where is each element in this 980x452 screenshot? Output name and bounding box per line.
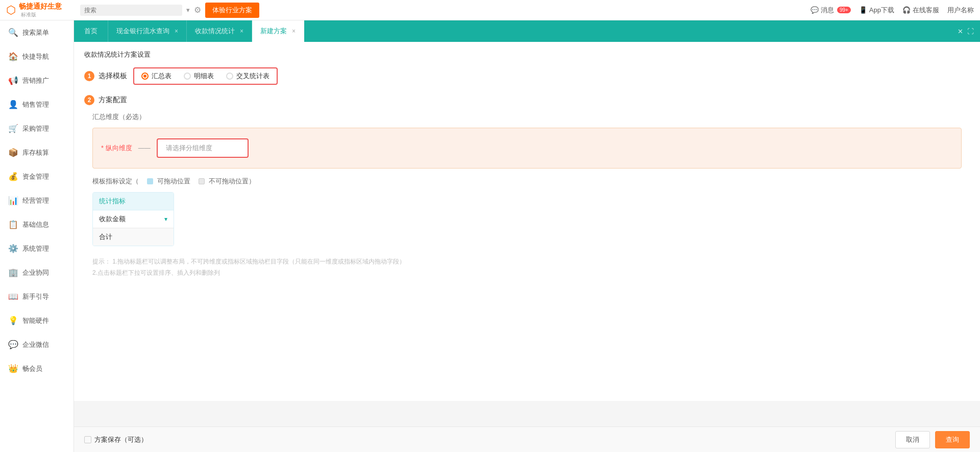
main-layout: 🔍 搜索菜单 🏠 快捷导航 📢 营销推广 👤 销售管理 🛒 采购管理 📦 库存核… xyxy=(0,20,980,452)
section2-header: 2 方案配置 xyxy=(84,95,970,105)
message-btn[interactable]: 💬 消息 99+ xyxy=(811,6,851,15)
metrics-title-text: 模板指标设定（ xyxy=(92,177,139,186)
sidebar-item-sales-label: 销售管理 xyxy=(22,100,49,109)
sidebar-item-finance-label: 资金管理 xyxy=(22,172,49,181)
logo-text: 畅捷通好生意 xyxy=(19,2,62,11)
sidebar-item-hardware[interactable]: 💡 智能硬件 xyxy=(0,308,74,332)
search-dropdown-icon[interactable]: ▾ xyxy=(186,6,190,14)
sidebar-item-system-label: 系统管理 xyxy=(22,244,49,253)
radio-cross-circle xyxy=(226,73,233,80)
sidebar-item-guide-label: 新手引导 xyxy=(22,292,49,301)
section2-number: 2 xyxy=(84,95,94,105)
fixed-dot xyxy=(199,178,205,184)
search-input[interactable] xyxy=(80,5,182,16)
sidebar-item-finance[interactable]: 💰 资金管理 xyxy=(0,164,74,188)
fixed-legend: 不可拖动位置） xyxy=(199,177,255,186)
metrics-header: 模板指标设定（ 可拖动位置 不可拖动位置） xyxy=(92,177,962,186)
sidebar-item-marketing[interactable]: 📢 营销推广 xyxy=(0,68,74,92)
dim-select[interactable]: 请选择分组维度 xyxy=(157,138,249,158)
tab-expand-icon[interactable]: ⛶ xyxy=(967,28,974,35)
metrics-total-label: 合计 xyxy=(99,232,112,242)
sidebar-item-nav[interactable]: 🏠 快捷导航 xyxy=(0,44,74,68)
hint-section: 提示： 1.拖动标题栏可以调整布局，不可跨维度或指标区域拖动栏目字段（只能在同一… xyxy=(92,256,962,278)
tab-receipts[interactable]: 收款情况统计 × xyxy=(187,20,252,42)
sidebar-item-enterprise[interactable]: 🏢 企业协同 xyxy=(0,260,74,284)
dim-arrow: —— xyxy=(138,145,151,152)
tab-newplan-close[interactable]: × xyxy=(292,28,296,35)
section-template: 1 选择模板 汇总表 明细表 xyxy=(84,67,970,85)
sidebar-item-basic[interactable]: 📋 基础信息 xyxy=(0,212,74,236)
metrics-col-label: 收款金额 xyxy=(99,215,126,224)
sidebar-item-inventory[interactable]: 📦 库存核算 xyxy=(0,140,74,164)
content-area: 首页 现金银行流水查询 × 收款情况统计 × 新建方案 × ✕ ⛶ xyxy=(74,20,980,452)
radio-detail-circle xyxy=(184,73,191,80)
tab-spacer xyxy=(304,20,951,42)
footer-btns: 取消 查询 xyxy=(895,431,970,448)
message-label: 消息 xyxy=(821,6,834,15)
search-icon: 🔍 xyxy=(8,28,18,37)
radio-cross[interactable]: 交叉统计表 xyxy=(226,72,270,81)
settings-icon[interactable]: ⚙ xyxy=(194,5,201,15)
service-icon: 🎧 xyxy=(902,6,911,14)
marketing-icon: 📢 xyxy=(8,76,18,85)
dimension-row: * 纵向维度 —— 请选择分组维度 xyxy=(101,138,953,158)
basic-icon: 📋 xyxy=(8,220,18,229)
download-btn[interactable]: 📱 App下载 xyxy=(859,6,894,15)
save-option[interactable]: 方案保存（可选） xyxy=(84,435,148,444)
radio-cross-label: 交叉统计表 xyxy=(236,72,270,81)
save-checkbox[interactable] xyxy=(84,436,91,443)
sidebar-item-guide[interactable]: 📖 新手引导 xyxy=(0,284,74,308)
radio-detail[interactable]: 明细表 xyxy=(184,72,214,81)
top-actions: 💬 消息 99+ 📱 App下载 🎧 在线客服 用户名称 xyxy=(811,6,974,15)
sidebar-item-purchase[interactable]: 🛒 采购管理 xyxy=(0,116,74,140)
sidebar-item-wechat-label: 企业微信 xyxy=(22,340,49,349)
sidebar-item-wechat[interactable]: 💬 企业微信 xyxy=(0,332,74,356)
page-title: 收款情况统计方案设置 xyxy=(84,50,970,59)
industry-btn[interactable]: 体验行业方案 xyxy=(205,3,259,18)
message-badge: 99+ xyxy=(837,7,851,13)
radio-summary[interactable]: 汇总表 xyxy=(141,72,172,81)
metrics-col-row[interactable]: 收款金额 ▾ xyxy=(93,210,174,228)
user-info[interactable]: 用户名称 xyxy=(947,6,974,15)
save-option-label: 方案保存（可选） xyxy=(94,435,148,444)
hint2: 2.点击标题栏下拉可设置排序、插入列和删除列 xyxy=(92,268,962,279)
sidebar-item-operations[interactable]: 📊 经营管理 xyxy=(0,188,74,212)
hardware-icon: 💡 xyxy=(8,316,18,325)
sidebar-item-sales[interactable]: 👤 销售管理 xyxy=(0,92,74,116)
tab-home[interactable]: 首页 xyxy=(74,20,108,42)
section1-header: 1 选择模板 汇总表 明细表 xyxy=(84,67,970,85)
operations-icon: 📊 xyxy=(8,196,18,205)
sidebar-item-operations-label: 经营管理 xyxy=(22,196,49,205)
service-btn[interactable]: 🎧 在线客服 xyxy=(902,6,939,15)
section1-number: 1 xyxy=(84,71,94,81)
sidebar-item-search[interactable]: 🔍 搜索菜单 xyxy=(0,20,74,44)
tab-receipts-close[interactable]: × xyxy=(240,28,243,35)
sidebar-item-purchase-label: 采购管理 xyxy=(22,124,49,133)
sidebar-item-system[interactable]: ⚙️ 系统管理 xyxy=(0,236,74,260)
sidebar-item-inventory-label: 库存核算 xyxy=(22,148,49,157)
query-button[interactable]: 查询 xyxy=(935,431,970,448)
guide-icon: 📖 xyxy=(8,292,18,301)
tab-receipts-label: 收款情况统计 xyxy=(195,27,235,36)
tab-newplan[interactable]: 新建方案 × xyxy=(252,20,304,42)
tab-newplan-label: 新建方案 xyxy=(260,27,287,36)
tab-cashflow-close[interactable]: × xyxy=(175,28,178,35)
tab-close-all-icon[interactable]: ✕ xyxy=(958,28,963,35)
logo-area: ⬡ 畅捷通好生意 标准版 xyxy=(6,2,80,18)
dimension-title: 汇总维度（必选） xyxy=(92,112,962,122)
metrics-dropdown-icon[interactable]: ▾ xyxy=(164,216,167,223)
metrics-total-row: 合计 xyxy=(93,228,174,246)
sidebar-item-nav-label: 快捷导航 xyxy=(22,52,49,61)
finance-icon: 💰 xyxy=(8,172,18,181)
sidebar-item-member[interactable]: 👑 畅会员 xyxy=(0,356,74,380)
system-icon: ⚙️ xyxy=(8,244,18,253)
top-bar: ⬡ 畅捷通好生意 标准版 ▾ ⚙ 体验行业方案 💬 消息 99+ 📱 App下载… xyxy=(0,0,980,20)
tab-cashflow[interactable]: 现金银行流水查询 × xyxy=(108,20,187,42)
movable-legend: 可拖动位置 xyxy=(147,177,190,186)
cancel-button[interactable]: 取消 xyxy=(895,431,930,448)
enterprise-icon: 🏢 xyxy=(8,268,18,277)
movable-legend-label: 可拖动位置 xyxy=(157,177,190,186)
dimension-area: * 纵向维度 —— 请选择分组维度 xyxy=(92,128,962,169)
sidebar-item-enterprise-label: 企业协同 xyxy=(22,268,49,277)
radio-summary-label: 汇总表 xyxy=(152,72,172,81)
